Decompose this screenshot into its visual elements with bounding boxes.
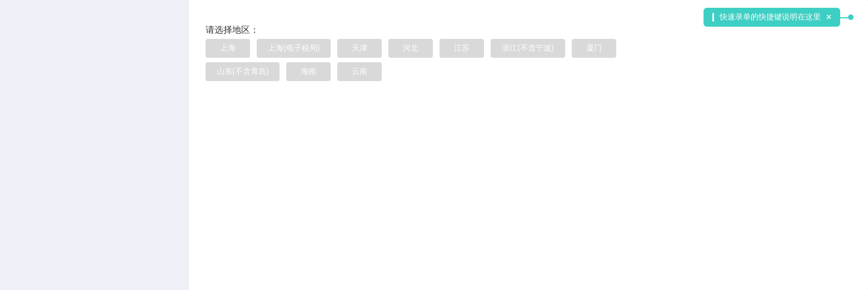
main-content: 请选择地区： 上海上海(电子税局)天津河北江苏浙江(不含宁波)厦门 山东(不含青… <box>189 0 868 290</box>
region-btn-hebei[interactable]: 河北 <box>388 39 433 58</box>
tooltip-close-button[interactable]: × <box>826 13 831 22</box>
region-label: 请选择地区： <box>206 24 259 36</box>
tooltip-connector-line <box>840 17 848 18</box>
region-btn-tianjin[interactable]: 天津 <box>337 39 382 58</box>
region-btn-yunnan[interactable]: 云南 <box>337 62 382 81</box>
tooltip-text: 快速录单的快捷键说明在这里 <box>720 12 821 22</box>
tooltip-banner: 快速录单的快捷键说明在这里 × <box>704 8 840 27</box>
tooltip-bar-decoration <box>712 13 714 22</box>
region-buttons-row1: 上海上海(电子税局)天津河北江苏浙江(不含宁波)厦门 <box>206 39 616 58</box>
region-btn-hainan[interactable]: 海南 <box>286 62 331 81</box>
region-btn-jiangsu[interactable]: 江苏 <box>440 39 484 58</box>
region-btn-shanghai[interactable]: 上海 <box>206 39 250 58</box>
region-btn-shanghai-etax[interactable]: 上海(电子税局) <box>257 39 331 58</box>
left-panel <box>0 0 189 290</box>
region-btn-shandong[interactable]: 山东(不含青岛) <box>206 62 280 81</box>
region-btn-zhejiang[interactable]: 浙江(不含宁波) <box>491 39 565 58</box>
region-buttons-row2: 山东(不含青岛)海南云南 <box>206 62 382 81</box>
tooltip-connector-dot <box>848 14 854 20</box>
region-btn-xiamen[interactable]: 厦门 <box>572 39 616 58</box>
